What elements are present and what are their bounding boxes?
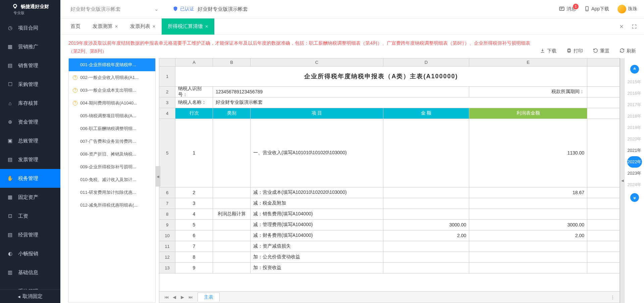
form-list-item-5[interactable]: 006-职工薪酬纳税调整明细... <box>69 122 155 135</box>
account-selector[interactable]: 好业财专业版演示帐套 ⌄ <box>60 6 169 12</box>
item-cell[interactable]: 减：税金及附加 <box>251 198 383 209</box>
form-list-item-6[interactable]: 007-广告费和业务宣传费跨... <box>69 135 155 148</box>
col-header-c[interactable]: C <box>251 58 383 66</box>
amount-cell[interactable] <box>383 119 469 187</box>
close-icon[interactable]: ✕ <box>205 24 208 29</box>
amount-cell[interactable] <box>383 209 469 219</box>
user-menu[interactable]: 珠珠 <box>618 5 637 13</box>
form-list-item-3[interactable]: ?004-期间费用明细表(A1040... <box>69 97 155 110</box>
sidebar-item-2[interactable]: ▤销售管理 <box>0 56 60 75</box>
form-list-item-1[interactable]: ?002-一般企业收入明细表(A1... <box>69 71 155 84</box>
col-header-e[interactable]: E <box>469 58 587 66</box>
profit-cell[interactable] <box>469 198 587 209</box>
form-list-item-4[interactable]: 005-纳税调整项目明细表(A... <box>69 110 155 122</box>
category-cell[interactable]: 利润总额计算 <box>213 209 251 219</box>
sidebar-item-8[interactable]: ✋税务管理 <box>0 169 60 188</box>
close-all-tabs-button[interactable] <box>616 21 627 32</box>
sidebar-item-13[interactable]: ▥基础信息 <box>0 263 60 282</box>
amount-cell[interactable] <box>383 187 469 198</box>
year-option[interactable]: 2018年 <box>627 111 642 122</box>
form-list-item-10[interactable]: 011-研发费用加计扣除优惠... <box>69 186 155 199</box>
col-header-b[interactable]: B <box>213 58 251 66</box>
row-num[interactable]: 6 <box>175 230 213 241</box>
year-option[interactable]: 2024年 <box>627 179 642 190</box>
close-icon[interactable]: ✕ <box>115 24 118 29</box>
scroll-down-button[interactable] <box>630 193 639 202</box>
row-num[interactable]: 3 <box>175 198 213 209</box>
download-button[interactable]: 下载 <box>540 48 556 54</box>
row-num[interactable]: 9 <box>175 263 213 273</box>
item-cell[interactable]: 减：财务费用(填写A104000) <box>251 230 383 241</box>
form-list-item-8[interactable]: 009-企业所得税弥补亏损明... <box>69 161 155 173</box>
taxpayer-id[interactable]: 123456789123456789 <box>213 87 469 97</box>
app-download-button[interactable]: App下载 <box>584 6 609 13</box>
year-option[interactable]: 2015年 <box>627 76 642 88</box>
amount-cell[interactable] <box>383 252 469 262</box>
refresh-button[interactable]: 刷新 <box>620 48 636 54</box>
row-num[interactable]: 8 <box>175 252 213 262</box>
row-num[interactable]: 5 <box>175 220 213 230</box>
sheet-nav-first[interactable]: ⏮ <box>163 294 170 301</box>
year-option[interactable]: 2022年 <box>627 156 642 168</box>
close-icon[interactable]: ✕ <box>152 24 156 29</box>
taxpayer-name[interactable]: 好业财专业版演示帐套 <box>213 97 587 108</box>
col-header-d[interactable]: D <box>383 58 469 66</box>
item-cell[interactable]: 加：公允价值变动收益 <box>251 252 383 262</box>
sidebar-item-12[interactable]: ◐小畅报销 <box>0 244 60 263</box>
sidebar-item-5[interactable]: ⊕资金管理 <box>0 113 60 131</box>
tab-2[interactable]: 发票列表✕ <box>124 18 162 35</box>
fullscreen-button[interactable] <box>629 21 640 32</box>
item-cell[interactable]: 加：投资收益 <box>251 263 383 273</box>
profit-cell[interactable] <box>469 263 587 273</box>
row-num[interactable]: 4 <box>175 209 213 219</box>
form-list-item-0[interactable]: 001-企业所得税年度纳税申... <box>69 58 155 71</box>
item-cell[interactable]: 一、营业收入(填写A101010\101020\103000) <box>251 119 383 187</box>
profit-cell[interactable]: 2.00 <box>469 230 587 241</box>
col-header-a[interactable]: A <box>175 58 213 66</box>
form-list-item-7[interactable]: 008-资产折旧、摊销及纳税... <box>69 148 155 161</box>
sheet-tab-main[interactable]: 主表 <box>198 293 220 302</box>
profit-cell[interactable]: 1130.00 <box>469 119 587 187</box>
reset-button[interactable]: 重置 <box>593 48 609 54</box>
sheet-nav-prev[interactable]: ◀ <box>171 294 178 301</box>
year-option[interactable]: 2021年 <box>627 145 642 156</box>
year-option[interactable]: 2023年 <box>627 168 642 179</box>
collapse-form-list[interactable]: ◀ <box>156 166 160 186</box>
profit-cell[interactable]: 18.67 <box>469 187 587 198</box>
expand-year-rail[interactable]: ◀ <box>620 58 625 303</box>
sidebar-item-4[interactable]: ⌂库存核算 <box>0 94 60 113</box>
scroll-up-button[interactable] <box>630 65 639 74</box>
sheet-nav-next[interactable]: ▶ <box>179 294 186 301</box>
sidebar-item-7[interactable]: ▤发票管理 <box>0 150 60 169</box>
amount-cell[interactable]: 3000.00 <box>383 220 469 230</box>
sidebar-item-11[interactable]: ▤经营管理 <box>0 225 60 244</box>
item-cell[interactable]: 减：销售费用(填写A104000) <box>251 209 383 219</box>
item-cell[interactable]: 减：管理费用(填写A104000) <box>251 220 383 230</box>
profit-cell[interactable] <box>469 252 587 262</box>
profit-cell[interactable] <box>469 241 587 252</box>
year-option[interactable]: 2019年 <box>627 122 642 133</box>
row-num[interactable]: 7 <box>175 241 213 252</box>
amount-cell[interactable] <box>383 241 469 252</box>
row-num[interactable]: 1 <box>175 119 213 187</box>
tab-1[interactable]: 发票测算✕ <box>87 18 124 35</box>
sidebar-item-6[interactable]: ▣总账管理 <box>0 131 60 150</box>
form-list-item-11[interactable]: 012-减免所得税优惠明细表(... <box>69 199 155 212</box>
sidebar-item-10[interactable]: ⊡工资 <box>0 207 60 225</box>
year-option[interactable]: 2020年 <box>627 133 642 145</box>
amount-cell[interactable] <box>383 263 469 273</box>
row-num[interactable]: 2 <box>175 187 213 198</box>
profit-cell[interactable] <box>469 209 587 219</box>
sheet-tab-menu[interactable]: ⋮ <box>609 294 616 301</box>
year-option[interactable]: 2016年 <box>627 88 642 99</box>
item-cell[interactable]: 减：资产减值损失 <box>251 241 383 252</box>
sidebar-item-9[interactable]: ▦固定资产 <box>0 188 60 207</box>
sidebar-item-14[interactable]: ⟳系统管理 <box>0 282 60 290</box>
print-button[interactable]: 打印 <box>567 48 583 54</box>
year-option[interactable]: 2017年 <box>627 99 642 111</box>
item-cell[interactable]: 减：营业成本(填写A102010\102020\103000) <box>251 187 383 198</box>
tab-0[interactable]: 首页 <box>64 18 87 35</box>
message-button[interactable]: 消息 1 <box>559 6 576 13</box>
amount-cell[interactable] <box>383 198 469 209</box>
sidebar-item-0[interactable]: ◷项目合同 <box>0 18 60 37</box>
